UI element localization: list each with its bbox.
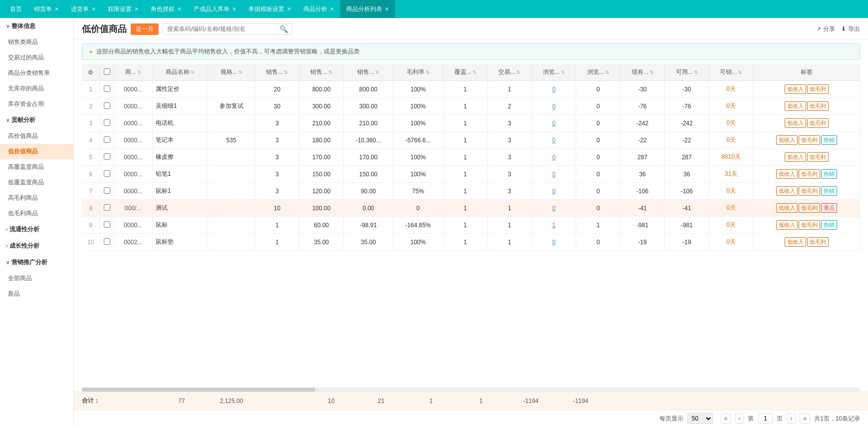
- col-current[interactable]: 现有...⇅: [620, 64, 664, 81]
- nav-purchase[interactable]: 进货单 ✕: [65, 0, 102, 18]
- row-browse1[interactable]: 0: [532, 183, 576, 200]
- row-checkbox-input[interactable]: [104, 85, 110, 92]
- col-sales-amt[interactable]: 销售...⇅: [299, 64, 344, 81]
- next-page-button[interactable]: ›: [787, 414, 796, 424]
- browse1-link[interactable]: 0: [552, 120, 556, 127]
- sidebar-item-high-coverage[interactable]: 高覆盖度商品: [0, 159, 73, 175]
- nav-role-close[interactable]: ✕: [177, 6, 182, 12]
- nav-template[interactable]: 单据模板设置 ✕: [242, 0, 297, 18]
- row-browse1[interactable]: 0: [532, 115, 576, 132]
- page-input[interactable]: [758, 414, 773, 424]
- row-checkbox-input[interactable]: [104, 170, 110, 177]
- sidebar-item-low-coverage[interactable]: 低覆盖度商品: [0, 175, 73, 190]
- sidebar-item-category-sales[interactable]: 商品分类销售率: [0, 65, 73, 81]
- sidebar-item-high-margin[interactable]: 高毛利商品: [0, 190, 73, 206]
- sidebar-group-overall[interactable]: ∨ 整体信息: [0, 18, 73, 34]
- browse1-link[interactable]: 0: [552, 86, 556, 93]
- first-page-button[interactable]: «: [721, 414, 731, 424]
- row-browse1[interactable]: 0: [532, 98, 576, 115]
- tag-低毛利: 低毛利: [807, 84, 829, 94]
- row-checkbox-input[interactable]: [104, 204, 110, 211]
- sidebar-item-sales-category[interactable]: 销售类商品: [0, 34, 73, 50]
- browse1-link[interactable]: 0: [552, 154, 556, 161]
- nav-sales[interactable]: 销货单 ✕: [28, 0, 65, 18]
- prev-page-button[interactable]: ‹: [735, 414, 744, 424]
- nav-product-list-close[interactable]: ✕: [385, 6, 389, 12]
- browse1-link[interactable]: 0: [552, 188, 556, 195]
- sidebar-group-growth2[interactable]: › 成长性分析: [0, 238, 73, 254]
- sidebar-group-accounting[interactable]: ∨ 贡献分析: [0, 112, 73, 128]
- nav-template-close[interactable]: ✕: [287, 6, 291, 12]
- sidebar-item-all-products[interactable]: 全部商品: [0, 271, 73, 286]
- table-row: 6 0000... 铅笔1 3 150.00 150.00 100% 1 3 0…: [82, 166, 860, 183]
- row-checkbox-input[interactable]: [104, 153, 110, 160]
- row-browse2: 0: [576, 234, 621, 251]
- nav-sales-close[interactable]: ✕: [54, 6, 59, 12]
- sidebar-item-new-products[interactable]: 新品: [0, 286, 73, 302]
- sidebar-item-high-value[interactable]: 高价值商品: [0, 128, 73, 144]
- row-browse1[interactable]: 1: [532, 217, 576, 234]
- row-checkbox-input[interactable]: [104, 187, 110, 194]
- search-input[interactable]: [167, 25, 277, 32]
- nav-product-in-close[interactable]: ✕: [232, 6, 236, 12]
- col-checkbox-all[interactable]: [100, 64, 114, 81]
- sidebar-group-growth[interactable]: › 流通性分析: [0, 221, 73, 238]
- row-browse1[interactable]: 0: [532, 149, 576, 166]
- page-size-select[interactable]: 50 10 20 100: [687, 413, 713, 424]
- browse1-link[interactable]: 1: [552, 222, 556, 229]
- sidebar-item-low-value[interactable]: 低价值商品: [0, 144, 73, 159]
- nav-purchase-close[interactable]: ✕: [91, 6, 96, 12]
- browse1-link[interactable]: 0: [552, 137, 556, 144]
- nav-product-analysis[interactable]: 商品分析 ✕: [297, 0, 340, 18]
- col-coverage[interactable]: 覆盖...⇅: [443, 64, 487, 81]
- col-trade[interactable]: 交易...⇅: [487, 64, 532, 81]
- row-browse1[interactable]: 0: [532, 81, 576, 98]
- sidebar-group-marketing[interactable]: ∨ 营销推广分析: [0, 254, 73, 271]
- nav-product-list[interactable]: 商品分析列表 ✕: [340, 0, 395, 18]
- sidebar-item-low-margin[interactable]: 低毛利商品: [0, 206, 73, 221]
- row-checkbox-input[interactable]: [104, 119, 110, 126]
- select-all-checkbox[interactable]: [104, 68, 110, 75]
- nav-permission-close[interactable]: ✕: [134, 6, 139, 12]
- nav-permission[interactable]: 权限设置 ✕: [102, 0, 145, 18]
- col-name[interactable]: 商品名称⇅: [152, 64, 208, 81]
- col-spec[interactable]: 规格...⇅: [208, 64, 255, 81]
- share-button[interactable]: ↗ 分享: [816, 25, 835, 33]
- row-browse1[interactable]: 0: [532, 132, 576, 149]
- sidebar-item-capital[interactable]: 库存资金占用: [0, 96, 73, 112]
- nav-home[interactable]: 首页: [4, 0, 28, 18]
- nav-role[interactable]: 角色授权 ✕: [145, 0, 188, 18]
- row-browse1[interactable]: 0: [532, 234, 576, 251]
- sidebar-item-no-stock[interactable]: 无库存的商品: [0, 81, 73, 96]
- nav-product-in[interactable]: 产成品入库单 ✕: [188, 0, 242, 18]
- row-checkbox-input[interactable]: [104, 238, 110, 245]
- browse1-link[interactable]: 0: [552, 103, 556, 110]
- totals-browse1: 1: [411, 398, 451, 405]
- row-trade: 2: [487, 98, 532, 115]
- filter-button[interactable]: 近一月: [131, 23, 159, 35]
- col-code[interactable]: 商...⇅: [114, 64, 152, 81]
- row-checkbox-input[interactable]: [104, 102, 110, 109]
- col-margin[interactable]: 毛利率⇅: [393, 64, 443, 81]
- row-browse1[interactable]: 0: [532, 166, 576, 183]
- col-browse1[interactable]: 浏览...⇅: [532, 64, 576, 81]
- row-browse1[interactable]: 0: [532, 200, 576, 217]
- horizontal-scrollbar[interactable]: [82, 388, 860, 392]
- col-sales-avg[interactable]: 销售...⇅: [344, 64, 393, 81]
- row-margin: -5766.6...: [393, 132, 443, 149]
- browse1-link[interactable]: 0: [552, 171, 556, 178]
- nav-product-analysis-close[interactable]: ✕: [330, 6, 334, 12]
- col-available[interactable]: 可用...⇅: [664, 64, 709, 81]
- browse1-link[interactable]: 0: [552, 205, 556, 212]
- totals-browse2: 1: [461, 398, 501, 405]
- col-settings[interactable]: ⚙: [82, 64, 100, 81]
- col-browse2[interactable]: 浏览...⇅: [576, 64, 621, 81]
- sidebar-item-traded[interactable]: 交易过的商品: [0, 50, 73, 65]
- browse1-link[interactable]: 0: [552, 239, 556, 246]
- export-button[interactable]: ⬇ 导出: [841, 25, 860, 33]
- scrollbar-thumb[interactable]: [82, 388, 315, 392]
- col-sales-qty[interactable]: 销售...⇅: [255, 64, 299, 81]
- row-checkbox-input[interactable]: [104, 221, 110, 228]
- col-saleable[interactable]: 可销...⇅: [709, 64, 753, 81]
- row-checkbox-input[interactable]: [104, 136, 110, 143]
